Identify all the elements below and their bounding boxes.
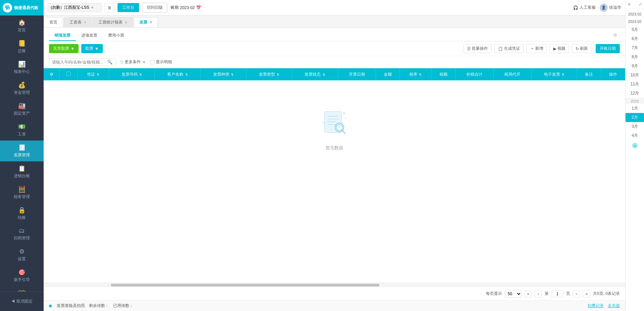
page-input[interactable]: [551, 290, 563, 297]
sidebar-item-archive[interactable]: 🗂归档管理: [0, 224, 44, 244]
search-input[interactable]: [52, 60, 106, 65]
svg-point-12: [343, 112, 346, 114]
new-button[interactable]: ＋ 新增: [526, 44, 547, 53]
tab-salary-stats[interactable]: 工资统计报表 ✕: [93, 17, 133, 27]
table-wrap: ⚙ 凭证 ⇅ 发票号码 ⇅ 客户名称 ⇅ 发票种类 ⇅ 发票类型 ⇅ 发票状态 …: [44, 68, 625, 283]
headset-icon: 🎧: [573, 5, 578, 10]
deduction-record-link[interactable]: 扣费记录: [588, 303, 604, 309]
date-item-2023-1[interactable]: 1月: [626, 104, 644, 113]
user-profile[interactable]: 👤 徐溢华: [600, 4, 621, 12]
col-invoice-category[interactable]: 发票类型 ⇅: [246, 68, 292, 80]
tab-invoice-close[interactable]: ✕: [149, 21, 152, 24]
sidebar-item-close[interactable]: 🔒结账: [0, 203, 44, 224]
open-date-button[interactable]: 开账日期: [596, 44, 620, 53]
company-selector[interactable]: (勿删）江西股宝-LSS ▼: [48, 3, 101, 12]
horizontal-scrollbar[interactable]: [44, 283, 625, 287]
first-page-button[interactable]: «: [524, 290, 532, 298]
sidebar-item-settings[interactable]: ⚙设置: [0, 244, 44, 265]
col-settings[interactable]: ⚙: [44, 68, 60, 80]
workspace-button[interactable]: 工作台: [118, 3, 139, 12]
sidebar-item-tax[interactable]: 🧮税务管理: [0, 182, 44, 203]
search-icon[interactable]: 🔍: [107, 60, 112, 65]
generate-voucher-button[interactable]: 📋 生成凭证: [494, 44, 524, 53]
col-invoice-type[interactable]: 发票种类 ⇅: [200, 68, 246, 80]
company-chevron-icon: ▼: [91, 6, 94, 9]
date-item-7[interactable]: 7月: [626, 43, 644, 52]
refresh-label: 刷新: [580, 46, 588, 51]
date-item-2023-2[interactable]: 2月: [626, 113, 644, 122]
tab-salary-stats-label: 工资统计报表: [98, 20, 123, 25]
tab-salary-close[interactable]: ✕: [84, 21, 86, 24]
used-label: 已用张数：: [113, 303, 133, 309]
customer-service[interactable]: 🎧 人工客服: [573, 5, 596, 10]
col-e-invoice[interactable]: 电子发票 ⇅: [531, 68, 577, 80]
sort-invoice-status-icon: ⇅: [323, 73, 325, 76]
col-voucher[interactable]: 凭证 ⇅: [77, 68, 109, 80]
date-item-5[interactable]: 5月: [626, 25, 644, 34]
sidebar-item-reports[interactable]: 📊报表中心: [0, 57, 44, 78]
toolbar: 无凭取票 ▼ 取票 ▼ ☰ 批量操作 📋 生成凭证 ＋ 新增: [44, 41, 625, 56]
batch-ops-icon: ☰: [467, 46, 471, 51]
col-invoice-status[interactable]: 发票状态 ⇅: [292, 68, 338, 80]
sidebar-item-guide[interactable]: 🎯新手引导: [0, 265, 44, 286]
next-page-button[interactable]: ›: [573, 290, 580, 298]
more-filter-button[interactable]: ▽ 更多条件 ▼: [120, 59, 146, 65]
show-detail-toggle[interactable]: 显示明细: [150, 59, 172, 65]
col-invoice-no[interactable]: 发票号码 ⇅: [109, 68, 155, 80]
sidebar-collapse-btn[interactable]: ◀ 取消固定: [0, 295, 44, 308]
copy-icon[interactable]: ⊞: [105, 3, 114, 12]
video-button[interactable]: ▶ 视频: [550, 44, 569, 53]
take-button[interactable]: 取票 ▼: [81, 44, 103, 53]
scrollbar-thumb[interactable]: [111, 284, 379, 286]
sidebar-item-assets[interactable]: 🏭固定资产: [0, 99, 44, 120]
sidebar-item-member[interactable]: 👑畅会员: [0, 286, 44, 291]
prev-page-button[interactable]: ‹: [535, 290, 542, 298]
sidebar-item-salary[interactable]: 💵工资: [0, 120, 44, 141]
sub-tab-expense[interactable]: 费用小票: [103, 31, 130, 41]
grid-view-icon[interactable]: ⊞: [610, 30, 620, 40]
sidebar-bottom[interactable]: ◀ 取消固定: [0, 291, 44, 311]
date-item-9[interactable]: 9月: [626, 62, 644, 71]
refresh-button[interactable]: ↻ 刷新: [572, 44, 592, 53]
filter-bar: 🔍 ▽ 更多条件 ▼ 显示明细: [44, 56, 625, 68]
sales-icon: 📋: [18, 165, 26, 172]
sub-tab-purchase[interactable]: 进项发票: [76, 31, 103, 41]
col-checkbox[interactable]: [60, 68, 77, 80]
more-filter-label: 更多条件: [125, 59, 141, 65]
recharge-link[interactable]: 去充值: [608, 303, 620, 309]
collapse-label: ◀ 取消固定: [11, 299, 32, 304]
panel-expand-button[interactable]: ⤢: [638, 1, 643, 7]
show-detail-checkbox[interactable]: [150, 60, 154, 64]
date-item-2023-4[interactable]: 4月: [626, 131, 644, 140]
date-item-8[interactable]: 8月: [626, 52, 644, 62]
date-item-12[interactable]: 12月: [626, 89, 644, 98]
sidebar-item-home[interactable]: 🏠首页: [0, 15, 44, 36]
date-item-11[interactable]: 11月: [626, 80, 644, 89]
col-open-date: 开票日期: [338, 68, 376, 80]
batch-ops-button[interactable]: ☰ 批量操作: [463, 44, 492, 53]
sidebar-item-invoice[interactable]: 🧾发票管理: [0, 141, 44, 161]
switch-old-button[interactable]: 切到旧版: [142, 3, 167, 12]
sort-e-invoice-icon: ⇅: [562, 73, 564, 76]
date-item-2023-3[interactable]: 3月: [626, 122, 644, 131]
col-tax-rate[interactable]: 税率 ⇅: [400, 68, 431, 80]
date-item-10[interactable]: 10月: [626, 71, 644, 80]
date-item-6[interactable]: 6月: [626, 34, 644, 43]
page-size-select[interactable]: 50 20 100: [505, 290, 522, 298]
last-page-button[interactable]: »: [583, 290, 590, 298]
tab-home[interactable]: 首页: [44, 17, 63, 27]
panel-close-button[interactable]: ✕: [627, 1, 632, 7]
no-voucher-button[interactable]: 无凭取票 ▼: [49, 44, 79, 53]
sidebar-item-sales[interactable]: 📋进销台账: [0, 161, 44, 182]
date-item-2023-02-second[interactable]: 2023.02: [626, 18, 644, 25]
tab-salary-stats-close[interactable]: ✕: [125, 21, 127, 24]
date-item-2023-02-first[interactable]: 2023.02: [626, 10, 644, 18]
scroll-down-icon[interactable]: [632, 142, 638, 149]
tab-invoice[interactable]: 发票 ✕: [134, 17, 158, 27]
sub-tab-sales[interactable]: 销项发票: [49, 31, 76, 41]
col-customer[interactable]: 客户名称 ⇅: [155, 68, 200, 80]
sidebar-item-funds[interactable]: 💰资金管理: [0, 78, 44, 99]
sidebar-item-ledger[interactable]: 📒总账: [0, 36, 44, 57]
calendar-icon[interactable]: 📅: [196, 5, 201, 10]
tab-salary[interactable]: 工资表 ✕: [64, 17, 92, 27]
